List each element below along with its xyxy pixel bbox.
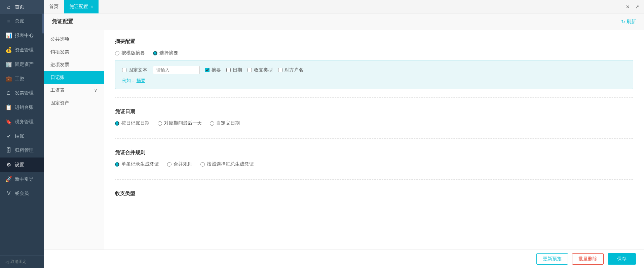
radio-select-summary-label: 选择摘要 xyxy=(159,50,178,56)
checkbox-counterpart[interactable]: 对方户名 xyxy=(278,67,303,73)
tab-home[interactable]: 首页 xyxy=(44,0,64,13)
sidebar-item-tax[interactable]: 🔖 税务管理 xyxy=(0,115,44,129)
nav-item-public[interactable]: 公共选项 xyxy=(44,33,104,46)
sidebar-item-label: 首页 xyxy=(15,4,24,10)
radio-summary-gen[interactable]: 按照选择汇总生成凭证 xyxy=(200,161,254,167)
radio-template-summary-label: 按模版摘要 xyxy=(121,50,145,56)
save-button[interactable]: 保存 xyxy=(608,253,636,265)
right-content: 摘要配置 按模版摘要 选择摘要 固定文本 xyxy=(104,30,644,250)
tab-close-window-button[interactable]: ✕ xyxy=(624,3,632,11)
radio-merge-rule[interactable]: 合并规则 xyxy=(167,161,192,167)
sidebar-item-home[interactable]: ⌂ 首页 xyxy=(0,0,44,14)
radio-single-record-label: 单条记录生成凭证 xyxy=(121,161,159,167)
sidebar-item-assets[interactable]: 🏢 固定资产 xyxy=(0,57,44,72)
nav-item-sales[interactable]: 销项发票 xyxy=(44,46,104,58)
checkbox-counterpart-input[interactable] xyxy=(278,68,282,72)
section-merge: 凭证合并规则 单条记录生成凭证 合并规则 按照选择汇总生成凭证 xyxy=(115,149,633,180)
sidebar-item-closing[interactable]: ✔ 结账 xyxy=(0,129,44,143)
checkbox-date[interactable]: 日期 xyxy=(226,67,242,73)
tab-voucher-config[interactable]: 凭证配置 × xyxy=(64,0,99,13)
radio-custom-date[interactable]: 自定义日期 xyxy=(210,120,240,126)
radio-journal-date-label: 按日记账日期 xyxy=(121,120,150,126)
guide-icon: 🚀 xyxy=(5,176,12,182)
invoice-icon: 🗒 xyxy=(5,90,12,96)
salary-icon: 💼 xyxy=(5,76,12,82)
checkbox-counterpart-label: 对方户名 xyxy=(285,67,303,73)
reports-icon: 📊 xyxy=(5,32,12,39)
sidebar-item-settings[interactable]: ⚙ 设置 xyxy=(0,158,44,172)
nav-item-fixed-assets[interactable]: 固定资产 xyxy=(44,97,104,109)
sidebar-item-label: 进销台账 xyxy=(15,104,34,110)
stock-icon: 📋 xyxy=(5,104,12,110)
sidebar-item-invoice[interactable]: 🗒 发票管理 xyxy=(0,86,44,100)
bottom-bar: 更新预览 批量删除 保存 xyxy=(44,250,644,268)
radio-custom-date-input[interactable] xyxy=(210,121,214,126)
radio-period-last-input[interactable] xyxy=(158,121,162,126)
update-preview-button[interactable]: 更新预览 xyxy=(536,253,568,265)
nav-item-purchase-label: 进项发票 xyxy=(50,62,69,68)
sidebar-item-label: 结账 xyxy=(15,133,24,139)
sidebar-item-guide[interactable]: 🚀 新手引导 xyxy=(0,172,44,186)
fixed-text-input[interactable] xyxy=(153,66,200,74)
radio-single-record[interactable]: 单条记录生成凭证 xyxy=(115,161,159,167)
tab-maximize-button[interactable]: ⤢ xyxy=(633,3,641,11)
sidebar-item-reports[interactable]: 📊 报表中心 xyxy=(0,28,44,43)
batch-delete-button[interactable]: 批量删除 xyxy=(572,253,604,265)
section-date: 凭证日期 按日记账日期 对应期间最后一天 自定义日期 xyxy=(115,108,633,139)
sidebar-item-label: 税务管理 xyxy=(15,119,34,125)
sidebar-item-archive[interactable]: 🗄 归档管理 xyxy=(0,143,44,158)
radio-summary-gen-input[interactable] xyxy=(200,162,205,167)
checkbox-abstract-input[interactable] xyxy=(205,68,210,72)
sidebar-scrollbar xyxy=(42,13,44,34)
vip-icon: V xyxy=(5,190,12,196)
radio-journal-date[interactable]: 按日记账日期 xyxy=(115,120,150,126)
sidebar-item-ledger[interactable]: ≡ 总账 xyxy=(0,14,44,28)
funds-icon: 💰 xyxy=(5,47,12,53)
chevron-down-icon: ∨ xyxy=(94,88,97,93)
sidebar-item-label: 工资 xyxy=(15,76,24,82)
sidebar-footer[interactable]: ◁ 取消固定 xyxy=(0,255,44,268)
sidebar-item-label: 归档管理 xyxy=(15,147,34,153)
nav-item-payroll-label: 工资表 xyxy=(50,87,65,93)
sidebar-item-stock[interactable]: 📋 进销台账 xyxy=(0,100,44,115)
checkbox-fixed-text-input[interactable] xyxy=(122,68,126,72)
checkbox-income-type[interactable]: 收支类型 xyxy=(248,67,273,73)
tab-close-button[interactable]: × xyxy=(91,4,93,9)
radio-single-record-input[interactable] xyxy=(115,162,119,167)
sidebar-item-funds[interactable]: 💰 资金管理 xyxy=(0,43,44,57)
summary-config-box: 固定文本 摘要 日期 收支类型 xyxy=(115,60,633,89)
sidebar-item-salary[interactable]: 💼 工资 xyxy=(0,72,44,86)
summary-radio-row: 按模版摘要 选择摘要 xyxy=(115,50,633,56)
checkbox-abstract[interactable]: 摘要 xyxy=(205,67,221,73)
example-text: 例如： 摘要 xyxy=(122,78,626,84)
nav-item-fixed-assets-label: 固定资产 xyxy=(50,100,69,106)
radio-select-summary-input[interactable] xyxy=(153,51,157,55)
section-summary-title: 摘要配置 xyxy=(115,38,633,45)
radio-merge-rule-label: 合并规则 xyxy=(174,161,192,167)
refresh-button[interactable]: ↻ 刷新 xyxy=(621,19,636,25)
nav-item-payroll[interactable]: 工资表 ∨ xyxy=(44,84,104,97)
nav-item-sales-label: 销项发票 xyxy=(50,49,69,55)
archive-icon: 🗄 xyxy=(5,147,12,153)
checkbox-abstract-label: 摘要 xyxy=(212,67,221,73)
checkbox-fixed-text[interactable]: 固定文本 xyxy=(122,67,147,73)
ledger-icon: ≡ xyxy=(5,18,12,24)
radio-merge-rule-input[interactable] xyxy=(167,162,172,167)
tax-icon: 🔖 xyxy=(5,119,12,125)
checkbox-income-type-input[interactable] xyxy=(248,68,252,72)
radio-select-summary[interactable]: 选择摘要 xyxy=(153,50,178,56)
radio-period-last[interactable]: 对应期间最后一天 xyxy=(158,120,202,126)
nav-item-journal[interactable]: 日记账 xyxy=(44,71,104,84)
sidebar-item-label: 报表中心 xyxy=(15,33,34,39)
date-radio-row: 按日记账日期 对应期间最后一天 自定义日期 xyxy=(115,120,633,126)
tab-home-label: 首页 xyxy=(49,4,59,10)
radio-template-summary[interactable]: 按模版摘要 xyxy=(115,50,145,56)
nav-item-purchase[interactable]: 进项发票 xyxy=(44,58,104,71)
sidebar-item-label: 固定资产 xyxy=(15,61,34,68)
radio-journal-date-input[interactable] xyxy=(115,121,119,126)
checkbox-date-input[interactable] xyxy=(226,68,231,72)
sidebar-item-vip[interactable]: V 畅会员 xyxy=(0,186,44,200)
sidebar: ⌂ 首页 ≡ 总账 📊 报表中心 💰 资金管理 🏢 固定资产 💼 工资 🗒 发票… xyxy=(0,0,44,268)
radio-template-summary-input[interactable] xyxy=(115,51,119,55)
assets-icon: 🏢 xyxy=(5,61,12,68)
